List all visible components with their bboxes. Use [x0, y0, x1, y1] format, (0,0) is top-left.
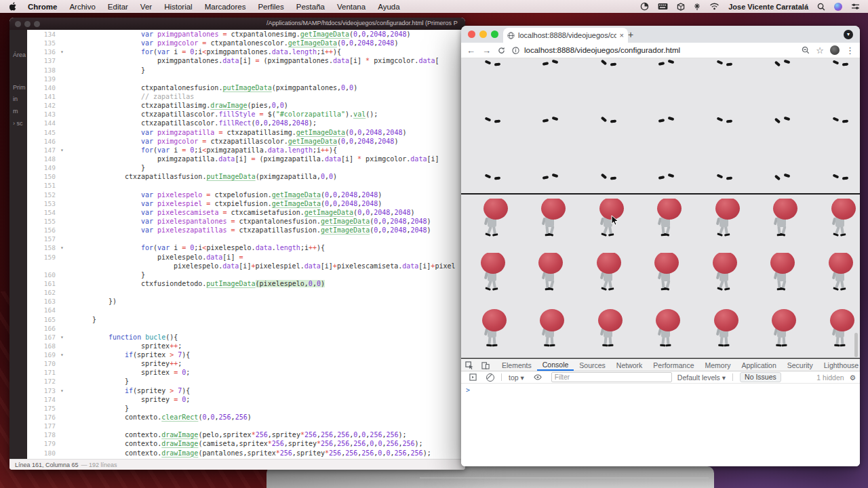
line-number: 139 — [27, 75, 58, 83]
fold-arrow-icon[interactable]: ▾ — [58, 350, 66, 359]
browser-menu-icon[interactable]: ⋮ — [846, 46, 854, 55]
console-settings-icon[interactable]: ⚙ — [850, 373, 856, 382]
feet-sprite — [705, 117, 746, 125]
context-selector[interactable]: top ▾ — [509, 373, 524, 382]
feet-sprite-row — [465, 60, 860, 69]
back-button[interactable]: ← — [467, 46, 475, 55]
address-bar[interactable]: localhost:8888/videojuegos/configurador.… — [512, 46, 795, 54]
sidebar-item[interactable]: in — [13, 96, 18, 102]
bookmark-star-icon[interactable]: ☆ — [816, 46, 824, 55]
code-line: 140ctxpantalonesfusion.putImageData(pxim… — [27, 83, 465, 92]
console-output[interactable]: > — [461, 384, 860, 466]
close-window-button[interactable] — [15, 21, 21, 27]
fold-arrow-icon — [58, 413, 66, 422]
line-number: 166 — [27, 324, 58, 333]
code-line: 146var pximgcolor = ctxzapatillascolor.g… — [27, 137, 465, 146]
character-sprite — [821, 253, 860, 293]
devtools-tab-application[interactable]: Application — [736, 359, 781, 371]
log-levels-dropdown[interactable]: Default levels ▾ — [677, 373, 726, 382]
fold-arrow-icon[interactable]: ▾ — [58, 243, 66, 252]
sidebar-item[interactable]: m — [13, 108, 18, 115]
sidebar-item[interactable]: Prim — [13, 84, 26, 91]
forward-button[interactable]: → — [482, 46, 491, 55]
devtools-tab-security[interactable]: Security — [782, 359, 818, 371]
pie-icon[interactable] — [640, 2, 649, 11]
console-filter-input[interactable] — [551, 372, 672, 382]
devtools-tab-memory[interactable]: Memory — [699, 359, 736, 371]
feet-sprite — [821, 117, 860, 125]
zoom-window-button[interactable] — [34, 21, 40, 27]
line-number: 143 — [27, 110, 58, 119]
devtools-tab-network[interactable]: Network — [611, 359, 648, 371]
minimize-window-button[interactable] — [479, 30, 487, 38]
feet-sprite — [821, 174, 860, 182]
devtools-tab-performance[interactable]: Performance — [648, 359, 699, 371]
wifi-icon[interactable] — [709, 3, 719, 10]
keyboard-icon[interactable] — [658, 3, 668, 10]
control-center-icon[interactable] — [851, 3, 860, 10]
no-issues-chip[interactable]: No Issues — [740, 372, 781, 382]
devtools-tab-elements[interactable]: Elements — [496, 359, 537, 371]
code-line: 166 — [27, 324, 465, 333]
menu-item[interactable]: Ayuda — [378, 3, 399, 11]
character-sprite — [705, 253, 746, 293]
fold-arrow-icon — [58, 430, 66, 439]
sidebar-item[interactable]: › sc — [13, 120, 23, 127]
devtools-tab-console[interactable]: Console — [537, 359, 574, 371]
tab-close-icon[interactable]: × — [620, 31, 624, 39]
menu-item[interactable]: Ver — [140, 3, 152, 11]
menu-item[interactable]: Pestaña — [296, 3, 325, 11]
profile-avatar[interactable] — [830, 45, 840, 55]
inspect-element-icon[interactable] — [461, 359, 477, 371]
line-number: 176 — [27, 413, 58, 422]
info-icon[interactable] — [512, 47, 519, 54]
menu-item[interactable]: Marcadores — [205, 3, 246, 11]
menu-item[interactable]: Historial — [164, 3, 193, 11]
line-number: 159 — [27, 253, 58, 262]
page-scrollbar[interactable] — [854, 333, 858, 357]
minimize-window-button[interactable] — [24, 21, 31, 27]
fold-arrow-icon[interactable]: ▾ — [58, 386, 66, 395]
siri-icon[interactable] — [834, 3, 842, 11]
editor-sidebar[interactable]: ÁreaPriminm› sc — [9, 30, 27, 459]
new-tab-button[interactable]: + — [628, 29, 633, 40]
fold-arrow-icon — [58, 359, 66, 368]
menu-item[interactable]: Perfiles — [258, 3, 283, 11]
fold-arrow-icon — [58, 226, 66, 235]
zoom-out-icon[interactable] — [802, 46, 810, 54]
apple-menu-icon[interactable] — [9, 2, 17, 11]
console-sidebar-icon[interactable] — [465, 373, 481, 381]
sidebar-item[interactable]: Área — [13, 52, 26, 58]
menu-item[interactable]: Archivo — [69, 3, 95, 11]
devtools-tab-sources[interactable]: Sources — [574, 359, 611, 371]
feet-sprite — [763, 117, 804, 125]
menu-item[interactable]: Editar — [108, 3, 128, 11]
fold-arrow-icon[interactable]: ▾ — [58, 146, 66, 155]
zoom-window-button[interactable] — [491, 30, 498, 38]
package-icon[interactable] — [677, 3, 685, 11]
clear-console-icon[interactable] — [486, 373, 494, 382]
code-line: 152var pixelespelo = ctxpelofusion.getIm… — [27, 190, 465, 199]
sprite-page-canvas[interactable] — [461, 58, 860, 359]
tab-search-icon[interactable]: ▾ — [844, 30, 853, 39]
browser-tab[interactable]: localhost:8888/videojuegos/co × — [503, 28, 628, 43]
menu-item[interactable]: Chrome — [28, 3, 57, 11]
fold-arrow-icon — [58, 342, 66, 350]
device-toolbar-icon[interactable] — [477, 359, 494, 371]
menu-bar-username[interactable]: Jose Vicente Carratalá — [728, 3, 808, 11]
reload-icon[interactable] — [498, 47, 505, 54]
fold-arrow-icon — [58, 83, 66, 92]
editor-title-bar[interactable]: /Applications/MAMP/htdocs/videojuegos/co… — [9, 18, 465, 30]
menu-item[interactable]: Ventana — [337, 3, 366, 11]
fold-arrow-icon — [58, 30, 66, 39]
code-line: 141// zapatillas — [27, 92, 465, 101]
eye-icon[interactable] — [530, 374, 546, 380]
antenna-icon[interactable] — [694, 3, 701, 11]
fold-arrow-icon[interactable]: ▾ — [58, 333, 66, 342]
fold-arrow-icon[interactable]: ▾ — [58, 47, 66, 56]
code-editor-area[interactable]: 134var pximgpantalones = ctxpantalonesim… — [27, 30, 465, 459]
fold-arrow-icon — [58, 439, 66, 448]
spotlight-icon[interactable] — [817, 3, 825, 11]
close-window-button[interactable] — [468, 30, 475, 38]
devtools-tab-lighthouse[interactable]: Lighthouse — [818, 359, 860, 371]
